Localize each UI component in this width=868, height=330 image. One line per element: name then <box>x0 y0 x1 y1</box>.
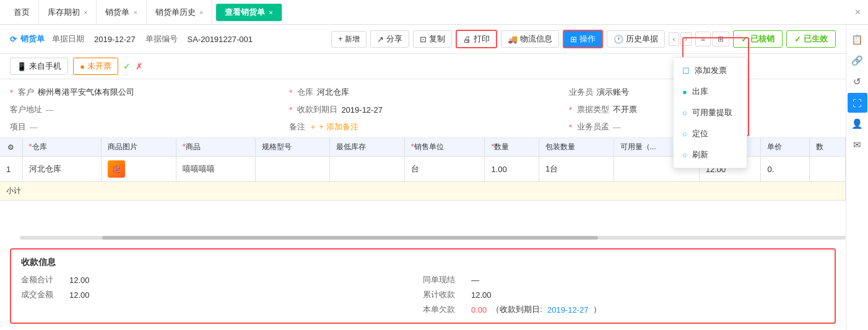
next-button[interactable]: › <box>680 32 692 46</box>
sidebar-doc-icon[interactable]: 📋 <box>848 30 867 50</box>
cancelled-button[interactable]: ✓ 已核销 <box>733 30 783 48</box>
tab-inventory[interactable]: 库存期初 × <box>39 0 97 24</box>
doc-header: ⟳ 销货单 单据日期 2019-12-27 单据编号 SA-20191227-0… <box>0 25 846 54</box>
operations-button[interactable]: ⊞ 操作 <box>563 30 603 48</box>
due-row: 本单欠款 0.00 （收款到期日: 2019-12-27 ） <box>423 304 825 315</box>
grid-icon: ⊞ <box>570 35 577 44</box>
tab-view-sales[interactable]: 查看销货单 × <box>216 4 282 21</box>
product-thumbnail: 🧱 <box>108 160 125 178</box>
due-note: （收款到期日: <box>492 304 542 315</box>
transaction-row: 成交金额 12.00 <box>21 289 423 300</box>
refresh-label: 刷新 <box>692 149 708 160</box>
print-button[interactable]: 🖨 打印 <box>456 30 497 48</box>
history-records-button[interactable]: 🕐 历史单据 <box>607 30 665 48</box>
row-price: 0. <box>761 157 810 182</box>
no-label: 单据编号 <box>145 33 178 45</box>
row-seq: 1 <box>0 157 22 182</box>
add-invoice-item[interactable]: ☐ 添加发票 <box>674 60 747 81</box>
prev-button[interactable]: ‹ <box>669 32 680 46</box>
confirm-icon[interactable]: ✓ <box>123 61 131 71</box>
due-note-end: ） <box>593 304 601 315</box>
phone-icon: 📱 <box>17 62 27 71</box>
col-spec: 规格型号 <box>255 138 330 157</box>
list-view-button[interactable]: ≡ <box>695 32 711 46</box>
transaction-value: 12.00 <box>69 290 90 300</box>
available-extract-item[interactable]: ○ 可用量提取 <box>674 102 747 123</box>
warehouse-required: * <box>289 88 292 97</box>
col-price: 单价 <box>761 138 810 157</box>
doc-meta: 单据日期 2019-12-27 单据编号 SA-20191227-001 <box>52 33 253 45</box>
nav-arrows: ‹ › <box>669 32 692 46</box>
cumulative-row: 累计收款 12.00 <box>423 289 825 300</box>
address-field: 客户地址 — <box>10 104 277 115</box>
effective-button[interactable]: ✓ 已生效 <box>786 30 836 48</box>
print-icon: 🖨 <box>463 35 471 44</box>
check-icon: ✓ <box>741 35 748 44</box>
outbound-icon: ● <box>682 87 687 97</box>
customer-required: * <box>10 88 13 97</box>
col-min-stock: 最低库存 <box>330 138 405 157</box>
tab-view-sales-close[interactable]: × <box>269 9 272 16</box>
amount-value: 12.00 <box>69 276 90 285</box>
payment-info-box: 收款信息 金额合计 12.00 同单现结 — 成交金额 12.00 累计收款 1… <box>10 248 836 324</box>
new-button[interactable]: + 新增 <box>331 31 366 48</box>
reject-icon[interactable]: ✗ <box>136 61 143 71</box>
payment-title: 收款信息 <box>21 257 825 268</box>
sidebar-link-icon[interactable]: 🔗 <box>848 51 867 71</box>
locate-item[interactable]: ○ 定位 <box>674 123 747 144</box>
tab-sales-close[interactable]: × <box>133 9 137 16</box>
tab-history[interactable]: 销货单历史 × <box>147 0 212 24</box>
tab-bar: 首页 库存期初 × 销货单 × 销货单历史 × 查看销货单 × × <box>0 0 868 25</box>
due-label: 本单欠款 <box>423 304 466 315</box>
due-value: 0.00 <box>471 305 487 315</box>
row-product: 嘻嘻嘻嘻 <box>176 157 255 182</box>
col-settings: ⚙ <box>0 138 22 157</box>
share-button[interactable]: ↗ 分享 <box>370 30 409 48</box>
col-product: *商品 <box>176 138 255 157</box>
share-icon: ↗ <box>377 35 384 44</box>
sidebar-mail-icon[interactable]: ✉ <box>848 135 867 155</box>
date-label: 单据日期 <box>52 33 84 45</box>
row-pack-qty: 1台 <box>539 157 614 182</box>
amount-row: 金额合计 12.00 <box>21 274 423 285</box>
add-invoice-label: 添加发票 <box>695 65 727 76</box>
same-order-label: 同单现结 <box>423 274 466 285</box>
project-field: 项目 — <box>10 121 277 132</box>
scroll-thumb[interactable] <box>102 236 597 240</box>
scrollbar-area[interactable] <box>0 233 846 242</box>
row-warehouse: 河北仓库 <box>22 157 102 182</box>
cumulative-value: 12.00 <box>471 290 492 300</box>
refresh-icon: ○ <box>682 150 687 160</box>
sidebar-expand-icon[interactable]: ⛶ <box>848 93 867 113</box>
sidebar-user-icon[interactable]: 👤 <box>848 114 867 134</box>
view-toggle: ≡ ⊞ <box>695 32 729 46</box>
add-note-button[interactable]: ＋ + 添加备注 <box>309 121 358 132</box>
subtotal-label: 小计 <box>0 182 846 201</box>
sidebar-refresh-icon[interactable]: ↺ <box>848 72 867 92</box>
tab-inventory-close[interactable]: × <box>84 9 87 16</box>
plus-icon: ＋ <box>309 121 317 132</box>
copy-button[interactable]: ⊡ 复制 <box>413 30 452 48</box>
doc-title-icon: ⟳ <box>10 35 17 44</box>
operations-dropdown: ☐ 添加发票 ● 出库 ○ 可用量提取 ○ 定位 ○ 刷新 <box>673 57 747 168</box>
not-open-button[interactable]: ● 未开票 <box>73 58 118 75</box>
row-min-stock <box>330 157 405 182</box>
tab-home[interactable]: 首页 <box>5 0 39 24</box>
tab-history-close[interactable]: × <box>199 9 203 16</box>
outbound-item[interactable]: ● 出库 <box>674 81 747 102</box>
tab-sales[interactable]: 销货单 × <box>97 0 146 24</box>
same-order-row: 同单现结 — <box>423 274 825 285</box>
from-phone-button[interactable]: 📱 来自手机 <box>10 58 68 75</box>
col-image: 商品图片 <box>102 138 176 157</box>
grid-view-button[interactable]: ⊞ <box>712 32 729 46</box>
scroll-indicator[interactable] <box>20 236 846 240</box>
row-image: 🧱 <box>102 157 176 182</box>
logistics-icon: 🚚 <box>508 35 518 44</box>
doc-title: ⟳ 销货单 <box>10 33 45 45</box>
window-close-button[interactable]: × <box>855 7 861 18</box>
amount-label: 金额合计 <box>21 274 64 285</box>
logistics-button[interactable]: 🚚 物流信息 <box>501 30 559 48</box>
col-warehouse: *仓库 <box>22 138 102 157</box>
subtotal-row: 小计 <box>0 182 846 201</box>
refresh-item[interactable]: ○ 刷新 <box>674 144 747 165</box>
